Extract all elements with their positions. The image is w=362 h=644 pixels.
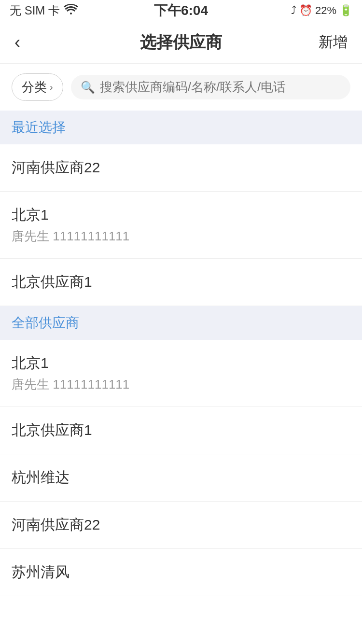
item-name: 北京1 [12,353,350,373]
category-button[interactable]: 分类 › [12,73,63,101]
search-box[interactable]: 🔍 [71,75,350,99]
item-name: 北京供应商1 [12,272,350,292]
sim-text: 无 SIM 卡 [10,3,60,18]
item-name: 河南供应商22 [12,158,350,178]
list-item[interactable]: 北京1唐先生 11111111111 [0,340,362,407]
all-section-header: 全部供应商 [0,306,362,340]
list-item[interactable]: 杭州维达 [0,454,362,502]
item-sub: 唐先生 11111111111 [12,228,350,245]
item-name: 北京1 [12,205,350,225]
filter-bar: 分类 › 🔍 [0,64,362,111]
item-sub: 唐先生 11111111111 [12,376,350,393]
item-name: 苏州清风 [12,562,350,582]
list-item[interactable]: 苏州清风 [0,549,362,596]
item-name: 河南供应商22 [12,515,350,535]
list-item[interactable]: 北京供应商1 [0,407,362,454]
back-button[interactable]: ‹ [14,32,43,53]
list-item[interactable]: 河南供应商22 [0,144,362,192]
category-label: 分类 [22,79,47,96]
chevron-right-icon: › [50,82,53,93]
wifi-icon [64,4,78,17]
status-bar: 无 SIM 卡 下午6:04 ⤴ ⏰ 22% 🔋 [0,0,362,21]
item-name: 杭州维达 [12,468,350,488]
nav-bar: ‹ 选择供应商 新增 [0,21,362,64]
item-name: 北京供应商1 [12,420,350,440]
battery-icon: 🔋 [339,4,352,17]
page-title: 选择供应商 [140,31,222,54]
battery-text: 22% [315,4,336,17]
all-items-list: 北京1唐先生 11111111111北京供应商1杭州维达河南供应商22苏州清风 [0,340,362,596]
list-item[interactable]: 河南供应商22 [0,502,362,549]
status-left: 无 SIM 卡 [10,3,78,18]
list-item[interactable]: 北京供应商1 [0,259,362,306]
search-input[interactable] [100,80,341,95]
recent-section-header: 最近选择 [0,111,362,144]
alarm-icon: ⏰ [299,4,312,17]
search-icon: 🔍 [81,81,95,94]
new-action-button[interactable]: 新增 [319,32,348,52]
location-icon: ⤴ [291,4,296,17]
list-item[interactable]: 北京1唐先生 11111111111 [0,192,362,259]
recent-items-list: 河南供应商22北京1唐先生 11111111111北京供应商1 [0,144,362,306]
status-right: ⤴ ⏰ 22% 🔋 [291,4,352,17]
status-time: 下午6:04 [154,1,208,20]
